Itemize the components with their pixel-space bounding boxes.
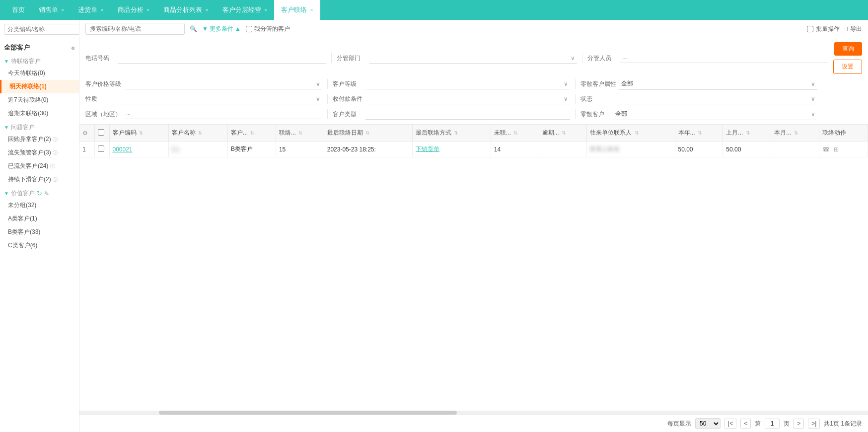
customer-level-select[interactable]: ∨ (365, 79, 570, 89)
chevron-down-icon: ∨ (316, 80, 320, 87)
batch-operation-button[interactable]: 批量操作 (807, 25, 840, 33)
price-level-select[interactable]: ∨ (124, 79, 322, 89)
collapse-icon[interactable]: « (71, 44, 75, 52)
phone-input[interactable] (118, 53, 326, 64)
ellipsis-icon[interactable]: ··· (126, 111, 131, 117)
col-last-contact-method[interactable]: 最后联络方式 ⇅ (413, 125, 491, 142)
col-overdue[interactable]: 逾期... ⇅ (539, 125, 587, 142)
page-input[interactable] (765, 419, 780, 429)
cell-last-contact-method[interactable]: 下销货单 (413, 142, 491, 157)
edit-icon[interactable]: ✎ (44, 190, 49, 197)
page-size-select[interactable]: 50 100 200 (695, 418, 721, 429)
sort-icon: ⇅ (454, 130, 458, 136)
export-button[interactable]: ↑ 导出 (846, 25, 862, 33)
nav-item-customer-tier[interactable]: 客户分层经营 × (216, 0, 274, 20)
settings-icon[interactable]: ⚙ (82, 130, 88, 137)
sort-icon: ⇅ (698, 130, 702, 136)
close-icon[interactable]: × (146, 7, 149, 13)
filter-actions: 查询 设置 (833, 42, 862, 74)
person-input[interactable]: ··· (620, 54, 828, 63)
more-conditions-button[interactable]: ▼ 更多条件 ▲ (202, 25, 241, 33)
payment-select[interactable]: ∨ (365, 94, 570, 104)
col-this-year[interactable]: 本年... ⇅ (675, 125, 723, 142)
cell-last-contact-date: 2023-05-23 18:25: (324, 142, 412, 157)
sidebar-item-ungrouped[interactable]: 未分组(32) (0, 199, 79, 212)
nav-item-home[interactable]: 首页 (5, 0, 32, 20)
next-page-button[interactable]: > (794, 419, 804, 429)
info-icon: ⓘ (50, 163, 55, 169)
cell-code[interactable]: 000021 (109, 142, 168, 157)
status-select[interactable]: ∨ (613, 94, 817, 104)
close-icon[interactable]: × (61, 7, 64, 13)
col-contact[interactable]: 联络... ⇅ (276, 125, 324, 142)
ellipsis-icon[interactable]: ··· (622, 55, 627, 61)
top-navigation: 首页 销售单 × 进货单 × 商品分析 × 商品分析列表 × 客户分层经营 × … (0, 0, 868, 20)
cell-action: ☎ ⊞ (819, 142, 868, 157)
col-contact-person[interactable]: 往来单位联系人 ⇅ (587, 125, 675, 142)
filter-row-3: 性质 ∨ 收付款条件 ∨ 状态 (85, 94, 862, 104)
sidebar-item-7days[interactable]: 近7天待联络(0) (0, 93, 79, 107)
nature-select[interactable]: ∨ (118, 94, 322, 104)
col-last-month[interactable]: 上月... ⇅ (723, 125, 771, 142)
divider (327, 79, 328, 89)
select-all-checkbox[interactable] (98, 129, 104, 136)
sidebar-item-a-class[interactable]: A类客户(1) (0, 212, 79, 225)
col-checkbox[interactable] (94, 125, 109, 142)
sidebar-item-today[interactable]: 今天待联络(0) (0, 67, 79, 80)
my-customers-checkbox[interactable] (246, 26, 252, 32)
sidebar-search-input[interactable] (4, 24, 79, 35)
close-icon[interactable]: × (205, 7, 208, 13)
phone-action-icon[interactable]: ☎ (822, 146, 830, 153)
search-icon[interactable]: 🔍 (190, 25, 197, 32)
sort-icon: ⇅ (794, 130, 798, 136)
region-input[interactable]: ··· (124, 110, 322, 119)
customer-type-input[interactable] (365, 109, 570, 120)
horizontal-scrollbar[interactable] (79, 411, 868, 415)
refresh-icon[interactable]: ↻ (37, 190, 42, 197)
nav-item-purchase[interactable]: 进货单 × (71, 0, 110, 20)
col-this-month[interactable]: 本月... ⇅ (771, 125, 819, 142)
cell-checkbox[interactable] (94, 142, 109, 157)
sidebar-item-tomorrow[interactable]: 明天待联络(1) (0, 80, 79, 93)
nav-item-sales[interactable]: 销售单 × (32, 0, 71, 20)
col-last-contact-date[interactable]: 最后联络日期 ⇅ (324, 125, 412, 142)
scattered-select[interactable]: 全部 ∨ (613, 108, 817, 120)
price-level-label: 客户价格等级 (85, 80, 121, 88)
sidebar-item-b-class[interactable]: B类客户(33) (0, 225, 79, 239)
sidebar-item-repurchase-abnormal[interactable]: 回购异常客户(2) ⓘ (0, 133, 79, 146)
my-customers-checkbox-label[interactable]: 我分管的客户 (246, 25, 290, 33)
search-input[interactable] (85, 23, 185, 35)
col-settings[interactable]: ⚙ (79, 125, 94, 142)
sort-icon: ⇅ (250, 130, 254, 136)
scattered-attr-label: 零散客户属性 (580, 80, 616, 88)
setting-button[interactable]: 设置 (833, 60, 862, 74)
nav-item-analysis-list[interactable]: 商品分析列表 × (156, 0, 215, 20)
table-header-row: ⚙ 客户编码 ⇅ 客户名称 ⇅ (79, 125, 868, 142)
scattered-attr-select[interactable]: 全部 ∨ (619, 78, 817, 90)
last-page-button[interactable]: >| (808, 419, 820, 429)
close-icon[interactable]: × (310, 7, 313, 13)
sidebar-item-churned[interactable]: 已流失客户(24) ⓘ (0, 159, 79, 173)
nav-item-customer-contact[interactable]: 客户联络 × (274, 0, 320, 20)
prev-page-button[interactable]: < (740, 419, 751, 429)
col-uncontacted[interactable]: 未联... ⇅ (491, 125, 539, 142)
batch-checkbox[interactable] (807, 26, 813, 32)
first-page-button[interactable]: |< (724, 419, 736, 429)
sidebar-item-c-class[interactable]: C类客户(6) (0, 239, 79, 252)
scrollbar-thumb[interactable] (159, 411, 457, 415)
close-icon[interactable]: × (100, 7, 103, 13)
col-type[interactable]: 客户... ⇅ (228, 125, 276, 142)
sidebar-item-declining[interactable]: 持续下滑客户(2) ⓘ (0, 173, 79, 186)
nav-item-analysis[interactable]: 商品分析 × (111, 0, 156, 20)
sidebar-item-churn-warning[interactable]: 流失预警客户(3) ⓘ (0, 146, 79, 159)
dept-select[interactable]: ∨ (369, 53, 578, 64)
col-code[interactable]: 客户编码 ⇅ (109, 125, 168, 142)
col-name[interactable]: 客户名称 ⇅ (168, 125, 227, 142)
grid-action-icon[interactable]: ⊞ (834, 146, 839, 153)
row-checkbox[interactable] (98, 145, 104, 152)
query-button[interactable]: 查询 (834, 42, 862, 56)
cell-name[interactable]: Ea (168, 142, 227, 157)
sidebar-item-overdue[interactable]: 逾期未联络(30) (0, 107, 79, 120)
filter-field-customer-type: 客户类型 (333, 109, 570, 120)
close-icon[interactable]: × (264, 7, 267, 13)
